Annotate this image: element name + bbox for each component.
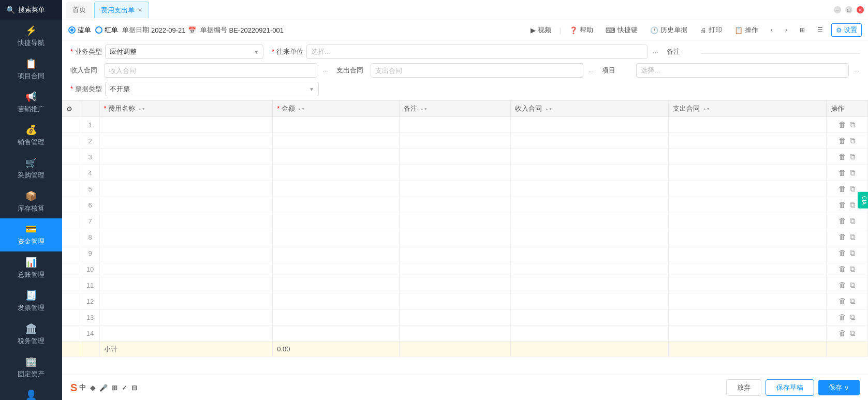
calendar-icon[interactable]: 📅 [188, 26, 196, 34]
row-remark-6[interactable] [400, 197, 511, 213]
row-remark-14[interactable] [400, 325, 511, 342]
row-copy-6[interactable]: ⧉ [849, 199, 857, 211]
income-contract-more-icon[interactable]: ··· [322, 67, 328, 75]
th-amount[interactable]: 金额 ▲▼ [273, 101, 400, 117]
tab-expense[interactable]: 费用支出单✕ [94, 2, 149, 18]
cia-float-button[interactable]: CIA [858, 191, 868, 209]
row-delete-8[interactable]: 🗑 [837, 231, 847, 242]
row-delete-1[interactable]: 🗑 [837, 119, 847, 130]
remark-input[interactable] [701, 50, 860, 54]
row-income-contract-8[interactable] [511, 229, 669, 245]
row-expense-contract-11[interactable] [669, 277, 827, 293]
row-copy-8[interactable]: ⧉ [849, 231, 857, 243]
th-remark[interactable]: 备注 ▲▼ [400, 101, 511, 117]
income-contract-input[interactable] [105, 63, 317, 78]
invoice-type-select[interactable]: 不开票 ▼ [105, 82, 319, 96]
row-amount-3[interactable] [273, 149, 400, 165]
row-amount-11[interactable] [273, 277, 400, 293]
row-remark-10[interactable] [400, 261, 511, 277]
date-value[interactable]: 2022-09-21 [151, 26, 186, 34]
row-remark-7[interactable] [400, 213, 511, 229]
row-delete-2[interactable]: 🗑 [837, 135, 847, 146]
row-income-contract-1[interactable] [511, 117, 669, 133]
row-expense-contract-2[interactable] [669, 133, 827, 149]
save-button[interactable]: 保存 ∨ [818, 380, 860, 395]
maximize-button[interactable]: □ [845, 6, 852, 13]
icon-zh[interactable]: 中 [79, 383, 86, 392]
sort-expense-name-icon[interactable]: ▲▼ [138, 107, 145, 111]
row-copy-14[interactable]: ⧉ [849, 328, 857, 339]
row-amount-14[interactable] [273, 325, 400, 342]
row-expense-name-14[interactable] [99, 325, 273, 342]
row-amount-4[interactable] [273, 165, 400, 181]
th-expense-contract[interactable]: 支出合同 ▲▼ [669, 101, 827, 117]
icon-grid[interactable]: ⊞ [112, 384, 117, 392]
prev-button[interactable]: ‹ [767, 25, 777, 35]
row-income-contract-11[interactable] [511, 277, 669, 293]
row-expense-name-3[interactable] [99, 149, 273, 165]
project-more-icon[interactable]: ··· [854, 67, 860, 75]
row-copy-7[interactable]: ⧉ [849, 215, 857, 227]
row-copy-4[interactable]: ⧉ [849, 167, 857, 179]
number-value[interactable]: BE-20220921-001 [229, 26, 284, 34]
next-button[interactable]: › [781, 25, 791, 35]
save-draft-button[interactable]: 保存草稿 [766, 379, 814, 396]
row-copy-3[interactable]: ⧉ [849, 151, 857, 162]
row-delete-12[interactable]: 🗑 [837, 295, 847, 306]
row-expense-name-7[interactable] [99, 213, 273, 229]
sort-income-icon[interactable]: ▲▼ [545, 107, 552, 111]
row-amount-12[interactable] [273, 293, 400, 309]
row-income-contract-13[interactable] [511, 309, 669, 325]
row-copy-12[interactable]: ⧉ [849, 295, 857, 307]
row-remark-12[interactable] [400, 293, 511, 309]
row-income-contract-2[interactable] [511, 133, 669, 149]
shortcut-button[interactable]: ⌨ 快捷键 [601, 24, 642, 36]
row-expense-contract-10[interactable] [669, 261, 827, 277]
row-amount-7[interactable] [273, 213, 400, 229]
sidebar-item-payroll[interactable]: 👤工资 [0, 384, 62, 400]
row-expense-contract-14[interactable] [669, 325, 827, 342]
row-delete-14[interactable]: 🗑 [837, 328, 847, 338]
row-expense-contract-8[interactable] [669, 229, 827, 245]
row-delete-3[interactable]: 🗑 [837, 151, 847, 162]
radio-blue[interactable]: 蓝单 [68, 25, 91, 35]
print-button[interactable]: 🖨 打印 [696, 24, 726, 36]
row-expense-name-1[interactable] [99, 117, 273, 133]
radio-red[interactable]: 红单 [95, 25, 118, 35]
row-remark-1[interactable] [400, 117, 511, 133]
set-button[interactable]: ⚙ 设置 [831, 23, 862, 37]
row-remark-4[interactable] [400, 165, 511, 181]
row-copy-11[interactable]: ⧉ [849, 279, 857, 291]
row-delete-4[interactable]: 🗑 [837, 167, 847, 178]
row-copy-5[interactable]: ⧉ [849, 183, 857, 195]
row-income-contract-7[interactable] [511, 213, 669, 229]
expense-contract-input[interactable] [371, 63, 583, 78]
row-expense-contract-6[interactable] [669, 197, 827, 213]
sidebar-item-project-contract[interactable]: 📋项目合同 [0, 53, 62, 86]
row-expense-contract-5[interactable] [669, 181, 827, 197]
sidebar-item-sales-mgmt[interactable]: 💰销售管理 [0, 119, 62, 152]
row-expense-contract-1[interactable] [669, 117, 827, 133]
row-expense-name-8[interactable] [99, 229, 273, 245]
row-expense-name-9[interactable] [99, 245, 273, 261]
row-expense-contract-3[interactable] [669, 149, 827, 165]
list-view-button[interactable]: ☰ [813, 25, 827, 35]
th-expense-name[interactable]: 费用名称 ▲▼ [99, 101, 273, 117]
row-amount-13[interactable] [273, 309, 400, 325]
row-copy-10[interactable]: ⧉ [849, 263, 857, 275]
actions-button[interactable]: 📋 操作 [730, 24, 762, 36]
row-expense-name-4[interactable] [99, 165, 273, 181]
row-income-contract-5[interactable] [511, 181, 669, 197]
sort-amount-icon[interactable]: ▲▼ [298, 107, 305, 111]
sidebar-search[interactable]: 🔍 搜索菜单 [0, 0, 62, 20]
row-copy-9[interactable]: ⧉ [849, 247, 857, 259]
row-delete-9[interactable]: 🗑 [837, 247, 847, 258]
row-expense-name-10[interactable] [99, 261, 273, 277]
sidebar-item-marketing[interactable]: 📢营销推广 [0, 86, 62, 119]
row-amount-1[interactable] [273, 117, 400, 133]
row-amount-8[interactable] [273, 229, 400, 245]
row-expense-name-5[interactable] [99, 181, 273, 197]
sidebar-item-fund-mgmt[interactable]: 💳资金管理 [0, 218, 62, 251]
history-button[interactable]: 🕐 历史单据 [646, 24, 692, 36]
row-income-contract-4[interactable] [511, 165, 669, 181]
